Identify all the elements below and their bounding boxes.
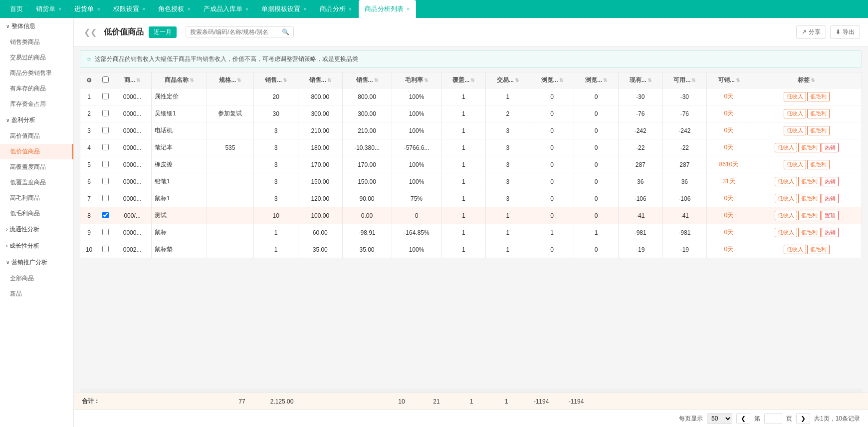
tag-低收入[interactable]: 低收入 [784,245,806,254]
share-button[interactable]: ↗ 分享 [796,25,826,39]
tag-低毛利[interactable]: 低毛利 [807,160,830,169]
col-gear[interactable]: ⚙ [80,72,98,88]
search-input[interactable] [190,28,280,35]
sidebar-item-traded-products[interactable]: 交易过的商品 [0,50,73,65]
view1-link[interactable]: 0 [550,161,554,168]
sidebar-item-high-coverage[interactable]: 高覆盖度商品 [0,159,73,175]
nav-roles[interactable]: 角色授权 × [152,0,196,18]
row-select-checkbox[interactable] [102,229,109,235]
tag-低毛利[interactable]: 低毛利 [807,245,830,254]
col-saleable[interactable]: 可销...⇅ [707,72,751,88]
col-view1[interactable]: 浏览...⇅ [530,72,574,88]
tag-低收入[interactable]: 低收入 [775,194,797,203]
row-select-checkbox[interactable] [102,110,109,116]
view1-link[interactable]: 0 [550,246,554,253]
gear-icon[interactable]: ⚙ [86,77,92,84]
tag-低收入[interactable]: 低收入 [784,92,806,101]
close-icon[interactable]: × [142,6,145,12]
nav-home[interactable]: 首页 [4,0,29,18]
tag-低毛利[interactable]: 低毛利 [807,109,830,118]
col-name[interactable]: 商品名称⇅ [152,72,207,88]
nav-sales[interactable]: 销货单 × [30,0,67,18]
page-input[interactable]: 1 [764,413,782,424]
sidebar-group-profit[interactable]: ∨ 盈利分析 [0,112,73,128]
tag-低收入[interactable]: 低收入 [775,228,797,237]
close-icon[interactable]: × [97,6,100,12]
tag-低毛利[interactable]: 低毛利 [798,228,821,237]
view1-link[interactable]: 0 [550,212,554,219]
sidebar-item-new-products[interactable]: 新品 [0,286,73,302]
sidebar-item-stock-products[interactable]: 有库存的商品 [0,81,73,96]
view1-link[interactable]: 0 [550,127,554,134]
tag-低收入[interactable]: 低收入 [775,211,797,220]
view1-link[interactable]: 0 [550,93,554,100]
next-page-button[interactable]: ❯ [796,413,810,424]
close-icon[interactable]: × [303,6,306,12]
tag-低毛利[interactable]: 低毛利 [798,194,821,203]
view1-link[interactable]: 0 [550,144,554,151]
first-page-button[interactable]: ❮ [736,413,750,424]
sidebar-item-low-coverage[interactable]: 低覆盖度商品 [0,175,73,190]
tag-低毛利[interactable]: 低毛利 [798,143,821,152]
sidebar-group-growth[interactable]: › 成长性分析 [0,238,73,254]
sidebar-item-high-margin[interactable]: 高毛利商品 [0,190,73,206]
col-trade[interactable]: 交易...⇅ [486,72,530,88]
col-code[interactable]: 商...⇅ [113,72,152,88]
horizontal-scrollbar[interactable] [80,389,862,393]
nav-product-analysis[interactable]: 商品分析 × [314,0,358,18]
row-select-checkbox[interactable] [102,144,109,150]
nav-permissions[interactable]: 权限设置 × [107,0,151,18]
col-sale-qty[interactable]: 销售...⇅ [254,72,298,88]
per-page-select[interactable]: 50 100 200 [707,413,732,424]
col-view2[interactable]: 浏览...⇅ [574,72,619,88]
col-avail[interactable]: 可用...⇅ [662,72,707,88]
tag-置顶[interactable]: 置顶 [822,211,839,220]
tag-低毛利[interactable]: 低毛利 [798,211,821,220]
tag-热销[interactable]: 热销 [822,143,839,152]
tag-低收入[interactable]: 低收入 [775,177,797,186]
tag-热销[interactable]: 热销 [822,194,839,203]
nav-purchase[interactable]: 进货单 × [68,0,106,18]
row-select-checkbox[interactable] [102,178,109,184]
col-gross-rate[interactable]: 毛利率⇅ [392,72,441,88]
time-filter-button[interactable]: 近一月 [149,26,177,38]
close-icon[interactable]: × [58,6,61,12]
sidebar-item-all-products[interactable]: 全部商品 [0,271,73,286]
col-sale-amt2[interactable]: 销售...⇅ [342,72,392,88]
sidebar-item-category-rate[interactable]: 商品分类销售率 [0,65,73,81]
tag-低收入[interactable]: 低收入 [784,126,806,135]
row-select-checkbox[interactable] [102,93,109,99]
col-spec[interactable]: 规格...⇅ [207,72,254,88]
tag-低收入[interactable]: 低收入 [784,160,806,169]
sidebar-item-high-value[interactable]: 高价值商品 [0,128,73,144]
tag-低收入[interactable]: 低收入 [775,143,797,152]
search-icon[interactable]: 🔍 [282,28,289,35]
tag-低毛利[interactable]: 低毛利 [807,126,830,135]
close-icon[interactable]: × [187,6,190,12]
col-current[interactable]: 现有...⇅ [618,72,662,88]
tag-低毛利[interactable]: 低毛利 [798,177,821,186]
close-icon[interactable]: × [407,6,410,12]
export-button[interactable]: ⬇ 导出 [830,25,860,39]
view1-link[interactable]: 0 [550,178,554,185]
col-cover[interactable]: 覆盖...⇅ [441,72,486,88]
row-select-checkbox[interactable] [102,212,109,218]
row-select-checkbox[interactable] [102,127,109,133]
sidebar-item-sales-products[interactable]: 销售类商品 [0,34,73,50]
col-sale-amt[interactable]: 销售...⇅ [298,72,342,88]
sidebar-item-stock-capital[interactable]: 库存资金占用 [0,96,73,112]
nav-product-analysis-list[interactable]: 商品分析列表 × [359,0,416,18]
close-icon[interactable]: × [349,6,352,12]
row-select-checkbox[interactable] [102,246,109,252]
nav-template[interactable]: 单据模板设置 × [255,0,312,18]
tag-热销[interactable]: 热销 [822,228,839,237]
sidebar-item-low-value[interactable]: 低价值商品 [0,144,73,159]
view1-link[interactable]: 1 [550,229,554,236]
view1-link[interactable]: 0 [550,110,554,117]
collapse-sidebar-button[interactable]: ❮❮ [82,23,99,41]
nav-products-in[interactable]: 产成品入库单 × [198,0,254,18]
view1-link[interactable]: 0 [550,195,554,202]
select-all-checkbox[interactable] [102,76,109,83]
sidebar-item-low-margin[interactable]: 低毛利商品 [0,206,73,221]
sidebar-group-circulation[interactable]: › 流通性分析 [0,221,73,238]
